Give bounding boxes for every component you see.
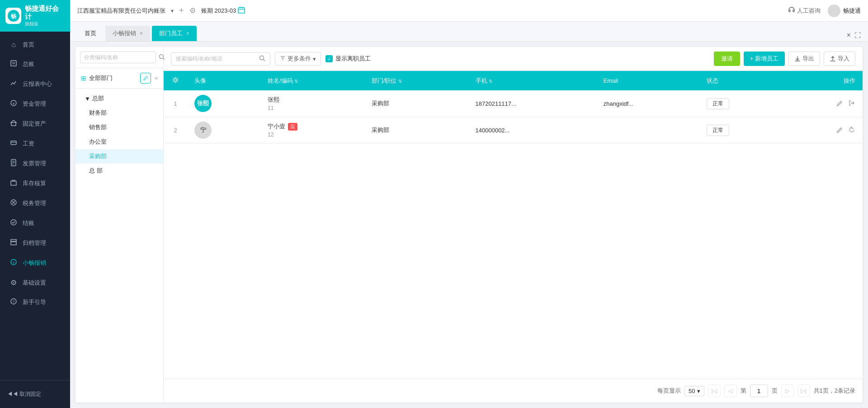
invite-button[interactable]: 邀请 — [714, 52, 740, 66]
dept-search-input[interactable] — [80, 52, 156, 63]
prev-page-button[interactable]: ◁ — [724, 385, 737, 397]
employee-name: 张熙 — [268, 96, 357, 104]
inventory-icon — [9, 179, 18, 188]
logout-icon[interactable] — [848, 99, 855, 108]
employee-code: 12 — [268, 131, 357, 138]
company-dropdown-icon[interactable]: ▾ — [171, 8, 174, 14]
period-label: 账期 — [201, 7, 213, 15]
checkout-icon — [9, 219, 18, 228]
next-page-button[interactable]: ▷ — [781, 385, 794, 397]
show-resigned-toggle[interactable]: ✓ 显示离职员工 — [326, 55, 371, 63]
tab-employees[interactable]: 部门员工 × — [152, 26, 197, 41]
sidebar-item-expense[interactable]: ¥ 小畅报销 — [0, 253, 70, 273]
dept-header: ⊞ 全部部门 « — [75, 68, 163, 89]
sidebar-nav: ⌂ 首页 总账 云报表中心 ¥ — [0, 32, 70, 316]
dept-node-root[interactable]: ▼ 总部 — [75, 91, 163, 106]
sidebar-item-tax[interactable]: 税务管理 — [0, 193, 70, 213]
close-window-icon[interactable]: × — [847, 31, 851, 39]
sidebar-item-label: 固定资产 — [23, 120, 46, 128]
employee-search-box — [171, 52, 270, 66]
maximize-icon[interactable]: ⛶ — [854, 32, 861, 39]
svg-rect-14 — [11, 181, 16, 185]
sidebar: 畅 畅捷通好会计 旗舰版 ⌂ 首页 总账 — [0, 0, 70, 408]
more-filter-button[interactable]: 更多条件 ▾ — [275, 52, 321, 66]
settings-icon: ⚙ — [9, 278, 18, 287]
add-employee-button[interactable]: + 新增员工 — [744, 52, 785, 66]
import-button[interactable]: 导入 — [824, 52, 855, 66]
tab-employees-close[interactable]: × — [186, 30, 189, 37]
last-page-button[interactable]: ▷| — [797, 385, 810, 397]
tab-home[interactable]: 首页 — [77, 26, 104, 41]
col-status: 状态 — [699, 71, 785, 90]
sidebar-item-label: 基础设置 — [23, 279, 46, 287]
dept-node-sales[interactable]: 销售部 — [75, 120, 163, 135]
row-dept: 采购部 — [364, 117, 468, 144]
refresh-icon[interactable] — [848, 126, 855, 135]
dept-panel: ⊞ 全部部门 « ▼ 总部 财务部 — [75, 47, 164, 403]
dept-edit-button[interactable] — [140, 73, 151, 84]
dept-tree: ▼ 总部 财务部 销售部 办公室 采购部 — [75, 89, 163, 403]
page-number-input[interactable] — [750, 385, 768, 397]
more-filter-label: 更多条件 — [288, 55, 311, 63]
home-icon: ⌂ — [9, 41, 18, 49]
row-dept: 采购部 — [364, 90, 468, 117]
sidebar-item-inventory[interactable]: 库存核算 — [0, 174, 70, 193]
svg-rect-2 — [11, 61, 16, 66]
topbar-settings-icon[interactable]: ⚙ — [189, 6, 196, 15]
sidebar-item-settings[interactable]: ⚙ 基础设置 — [0, 273, 70, 292]
sidebar-item-guide[interactable]: ? 新手引导 — [0, 292, 70, 312]
user-avatar — [828, 5, 840, 17]
dept-node-office[interactable]: 办公室 — [75, 135, 163, 149]
sidebar-item-payroll[interactable]: 工资 — [0, 134, 70, 154]
table-row: 1 张熙 张熙 11 — [164, 90, 863, 117]
page-suffix-label: 页 — [772, 387, 778, 395]
dept-collapse-button[interactable]: « — [155, 75, 158, 81]
tab-xiaochang[interactable]: 小畅报销 × — [105, 26, 150, 41]
edit-icon[interactable] — [836, 99, 844, 108]
row-name-code: 宁小壹 应 12 — [260, 117, 364, 144]
col-settings[interactable] — [164, 71, 187, 90]
row-phone: 140000002... — [468, 117, 596, 144]
sidebar-item-archive[interactable]: 归档管理 — [0, 233, 70, 253]
dept-node-label: 销售部 — [89, 123, 107, 131]
search-icon[interactable] — [259, 55, 265, 63]
dept-node-general[interactable]: 总 部 — [75, 164, 163, 178]
dept-node-finance[interactable]: 财务部 — [75, 106, 163, 120]
export-button[interactable]: 导出 — [788, 52, 820, 66]
row-actions — [785, 117, 863, 144]
col-dept[interactable]: 部门/职位 ⇅ — [364, 71, 468, 90]
per-page-select[interactable]: 50 ▾ — [684, 386, 704, 396]
col-name[interactable]: 姓名/编码 ⇅ — [260, 71, 364, 90]
edit-icon[interactable] — [836, 126, 844, 135]
sidebar-item-capital[interactable]: ¥ 资金管理 — [0, 94, 70, 114]
status-badge: 正常 — [707, 98, 729, 109]
sidebar-item-ledger[interactable]: 总账 — [0, 54, 70, 74]
calendar-icon[interactable] — [238, 6, 245, 15]
show-resigned-checkbox[interactable]: ✓ — [326, 55, 333, 62]
sidebar-item-invoice[interactable]: 发票管理 — [0, 154, 70, 174]
main-area: 江西服宝精品有限责任公司内账张 ▾ + ⚙ 账期 2023-03 人工咨询 — [70, 0, 868, 408]
sidebar-item-assets[interactable]: 固定资产 — [0, 114, 70, 134]
sidebar-item-checkout[interactable]: 结账 — [0, 213, 70, 233]
sidebar-item-home[interactable]: ⌂ 首页 — [0, 35, 70, 54]
sidebar-item-reports[interactable]: 云报表中心 — [0, 74, 70, 94]
tabs-bar: 首页 小畅报销 × 部门员工 × × ⛶ — [70, 22, 868, 42]
user-menu[interactable]: 畅捷通 — [828, 5, 861, 17]
logo-text: 畅捷通好会计 旗舰版 — [25, 5, 65, 27]
dept-node-purchase[interactable]: 采购部 — [75, 149, 163, 164]
expense-icon: ¥ — [9, 258, 18, 267]
col-phone[interactable]: 手机 ⇅ — [468, 71, 596, 90]
first-page-button[interactable]: |◁ — [708, 385, 721, 397]
employee-search-input[interactable] — [176, 56, 256, 62]
service-button[interactable]: 人工咨询 — [788, 6, 821, 15]
add-company-icon[interactable]: + — [179, 6, 184, 15]
user-name: 畅捷通 — [843, 7, 861, 15]
dept-node-label: 采购部 — [89, 152, 107, 160]
tab-xiaochang-close[interactable]: × — [140, 30, 143, 37]
dept-expand-arrow: ▼ — [85, 95, 90, 102]
svg-text:畅: 畅 — [11, 13, 16, 19]
sidebar-item-label: 资金管理 — [23, 100, 46, 108]
cancel-fixed-button[interactable]: ◀◀ 取消固定 — [0, 386, 70, 403]
svg-rect-20 — [11, 242, 16, 245]
ledger-icon — [9, 60, 18, 69]
